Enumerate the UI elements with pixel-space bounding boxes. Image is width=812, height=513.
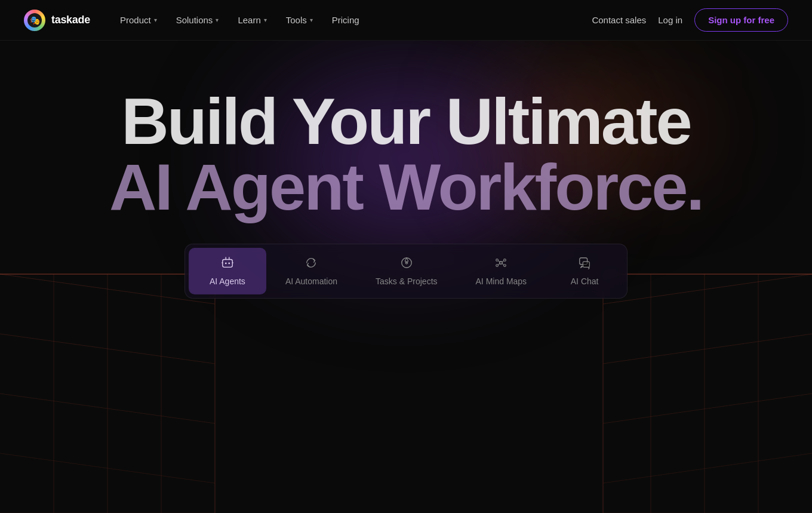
tab-tasks-projects[interactable]: Tasks & Projects — [356, 248, 456, 294]
svg-line-31 — [502, 260, 504, 262]
svg-line-10 — [603, 334, 812, 364]
log-in-link[interactable]: Log in — [658, 15, 682, 25]
tab-ai-agents-label: AI Agents — [210, 277, 245, 286]
logo-inner: 🎭 — [27, 13, 42, 27]
svg-point-22 — [228, 263, 230, 265]
logo-text: taskade — [51, 14, 90, 26]
pricing-label: Pricing — [332, 15, 359, 25]
feature-tabs: AI Agents AI Automation T — [184, 244, 628, 299]
tools-chevron-icon: ▾ — [310, 17, 313, 23]
svg-point-29 — [504, 265, 506, 267]
svg-point-28 — [496, 265, 499, 267]
nav-item-product[interactable]: Product ▾ — [112, 10, 165, 30]
nav-item-learn[interactable]: Learn ▾ — [229, 10, 275, 30]
svg-line-11 — [603, 394, 812, 423]
learn-label: Learn — [238, 15, 260, 25]
nav-item-solutions[interactable]: Solutions ▾ — [168, 10, 227, 30]
hero-section: Build Your Ultimate AI Agent Workforce. … — [0, 41, 812, 513]
navbar: 🎭 taskade Product ▾ Solutions ▾ Learn ▾ … — [0, 0, 812, 41]
learn-chevron-icon: ▾ — [264, 17, 267, 23]
hero-title-line2: AI Agent Workforce. — [109, 154, 703, 220]
ai-automation-icon — [304, 256, 318, 272]
nav-right: Contact sales Log in Sign up for free — [592, 8, 788, 32]
tab-tasks-projects-label: Tasks & Projects — [376, 277, 437, 286]
solutions-label: Solutions — [176, 15, 213, 25]
solutions-chevron-icon: ▾ — [216, 17, 219, 23]
svg-line-33 — [502, 263, 504, 265]
hero-content: Build Your Ultimate AI Agent Workforce. — [109, 88, 703, 220]
svg-point-26 — [496, 259, 499, 262]
tab-ai-agents[interactable]: AI Agents — [189, 248, 266, 294]
svg-line-1 — [0, 334, 215, 364]
ai-chat-icon — [578, 256, 591, 272]
nav-item-pricing[interactable]: Pricing — [324, 10, 368, 30]
product-chevron-icon: ▾ — [154, 17, 157, 23]
ai-mind-maps-icon — [494, 256, 508, 272]
tab-ai-chat-label: AI Chat — [571, 277, 599, 286]
svg-line-0 — [0, 274, 215, 304]
svg-line-30 — [499, 260, 500, 262]
tab-ai-automation[interactable]: AI Automation — [266, 248, 356, 294]
tab-ai-mind-maps[interactable]: AI Mind Maps — [457, 248, 546, 294]
svg-point-21 — [225, 263, 227, 265]
logo[interactable]: 🎭 taskade — [24, 10, 90, 31]
contact-sales-link[interactable]: Contact sales — [592, 15, 646, 25]
svg-line-2 — [0, 394, 215, 423]
nav-menu: Product ▾ Solutions ▾ Learn ▾ Tools ▾ Pr… — [112, 10, 368, 30]
logo-icon: 🎭 — [24, 10, 45, 31]
hero-title-line1: Build Your Ultimate — [109, 88, 703, 154]
tasks-projects-icon — [400, 256, 413, 272]
nav-left: 🎭 taskade Product ▾ Solutions ▾ Learn ▾ … — [24, 10, 368, 31]
hero-title: Build Your Ultimate AI Agent Workforce. — [109, 88, 703, 220]
tab-ai-automation-label: AI Automation — [285, 277, 337, 286]
svg-rect-20 — [223, 260, 233, 268]
tools-label: Tools — [286, 15, 307, 25]
svg-point-25 — [500, 262, 503, 265]
ai-agents-icon — [221, 256, 234, 272]
svg-line-9 — [603, 274, 812, 304]
tab-ai-mind-maps-label: AI Mind Maps — [476, 277, 527, 286]
svg-line-3 — [0, 453, 215, 483]
sign-up-button[interactable]: Sign up for free — [694, 8, 788, 32]
tab-ai-chat[interactable]: AI Chat — [546, 248, 623, 294]
nav-item-tools[interactable]: Tools ▾ — [278, 10, 321, 30]
svg-line-32 — [499, 263, 500, 265]
product-label: Product — [120, 15, 151, 25]
logo-face: 🎭 — [30, 16, 40, 25]
svg-point-27 — [504, 259, 506, 262]
svg-line-12 — [603, 453, 812, 483]
svg-rect-35 — [583, 262, 589, 267]
